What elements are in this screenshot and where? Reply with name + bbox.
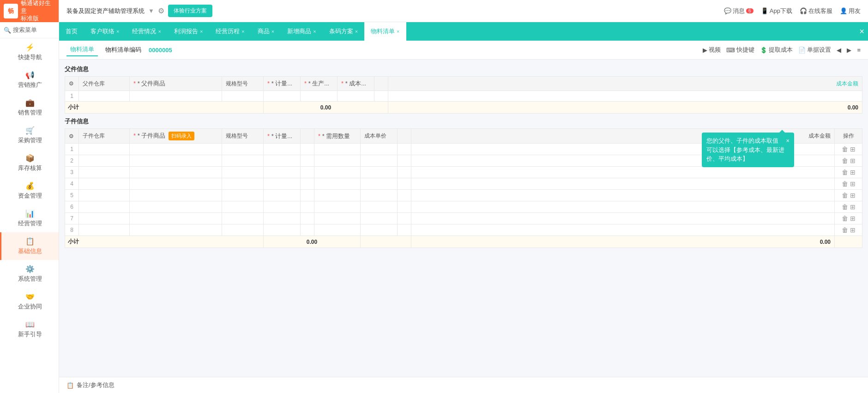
parent-unit-cell[interactable] [264,91,301,102]
child-warehouse-cell-1[interactable] [79,144,130,155]
child-product-cell-1[interactable] [130,144,222,155]
child-spec-cell-7[interactable] [222,213,264,224]
child-cost-amount-cell-8[interactable] [411,224,835,236]
child-unit-cell-8[interactable] [264,224,301,236]
sidebar-item-sales[interactable]: 💼 销售管理 [0,94,59,121]
child-qty-cell-1[interactable] [314,144,361,155]
search-menu[interactable]: 🔍 搜索菜单 [0,22,59,38]
user-btn[interactable]: 👤 用友 [840,7,861,15]
child-unit-cost-cell-1[interactable] [361,144,398,155]
delete-icon-8[interactable]: 🗑 [842,226,848,234]
tab-history[interactable]: 经营历程 × [209,22,251,41]
tab-bom[interactable]: 物料清单 × [364,22,406,41]
parent-production-cell[interactable] [301,91,338,102]
sidebar-item-system[interactable]: ⚙️ 系统管理 [0,260,59,288]
child-qty-cell-3[interactable] [314,167,361,178]
child-spec-cell-4[interactable] [222,178,264,190]
tab-profit[interactable]: 利润报告 × [168,22,209,41]
tab-add-goods-close[interactable]: × [313,29,316,34]
child-unit-cost-cell-8[interactable] [361,224,398,236]
video-btn[interactable]: ▶ 视频 [703,46,721,54]
child-unit-cell-4[interactable] [264,178,301,190]
cost-btn[interactable]: 💲 提取成本 [760,46,793,54]
child-spec-cell-1[interactable] [222,144,264,155]
child-product-cell-4[interactable] [130,178,222,190]
child-product-cell-3[interactable] [130,167,222,178]
sidebar-item-inventory[interactable]: 📦 库存核算 [0,149,59,177]
nav-prev-btn[interactable]: ◀ [837,47,841,54]
tab-bom-close[interactable]: × [397,29,399,34]
child-unit-cost-cell-4[interactable] [361,178,398,190]
tab-barcode[interactable]: 条码方案 × [323,22,364,41]
child-unit-cell-7[interactable] [264,213,301,224]
child-spec-cell-2[interactable] [222,155,264,167]
delete-icon-1[interactable]: 🗑 [842,145,848,153]
copy-icon-4[interactable]: ⊞ [850,180,856,187]
child-unit-cost-cell-6[interactable] [361,201,398,213]
parent-cost-cell[interactable] [338,91,374,102]
tab-home[interactable]: 首页 [59,22,84,41]
tab-customer[interactable]: 客户联络 × [84,22,126,41]
child-unit-cell-5[interactable] [264,190,301,201]
tooltip-close-btn[interactable]: × [786,136,790,145]
parent-product-cell[interactable] [130,91,222,102]
tab-add-goods[interactable]: 新增商品 × [281,22,322,41]
child-cost-amount-cell-5[interactable] [411,190,835,201]
tab-goods[interactable]: 商品 × [251,22,281,41]
tab-customer-close[interactable]: × [116,29,119,34]
child-unit-cell-3[interactable] [264,167,301,178]
copy-icon-7[interactable]: ⊞ [850,215,856,222]
child-product-cell-5[interactable] [130,190,222,201]
child-unit-cell-2[interactable] [264,155,301,167]
parent-warehouse-cell[interactable] [79,91,130,102]
copy-icon-3[interactable]: ⊞ [850,169,856,176]
online-service-btn[interactable]: 🎧 在线客服 [800,7,832,15]
child-product-cell-2[interactable] [130,155,222,167]
child-unit-cell-1[interactable] [264,144,301,155]
try-btn[interactable]: 体验行业方案 [168,5,212,17]
child-warehouse-cell-8[interactable] [79,224,130,236]
child-qty-cell-7[interactable] [314,213,361,224]
sidebar-item-operations[interactable]: 📊 经营管理 [0,205,59,232]
child-spec-cell-5[interactable] [222,190,264,201]
tab-profit-close[interactable]: × [200,29,203,34]
child-th-settings[interactable]: ⚙ [65,129,79,144]
child-product-cell-8[interactable] [130,224,222,236]
shortcut-btn[interactable]: ⌨ 快捷键 [726,46,754,54]
child-qty-cell-4[interactable] [314,178,361,190]
child-warehouse-cell-6[interactable] [79,201,130,213]
sub-tab-bom[interactable]: 物料清单 [66,43,98,56]
sidebar-item-guide[interactable]: 📖 新手引导 [0,315,59,343]
child-unit-cost-cell-7[interactable] [361,213,398,224]
scan-btn[interactable]: 扫码录入 [169,132,194,140]
child-cost-amount-cell-7[interactable] [411,213,835,224]
tab-operations[interactable]: 经营情况 × [126,22,167,41]
tab-operations-close[interactable]: × [158,29,161,34]
copy-icon-1[interactable]: ⊞ [850,145,856,153]
child-spec-cell-8[interactable] [222,224,264,236]
sidebar-item-quick-nav[interactable]: ⚡ 快捷导航 [0,38,59,66]
child-cost-amount-cell-4[interactable] [411,178,835,190]
child-qty-cell-6[interactable] [314,201,361,213]
tab-barcode-close[interactable]: × [355,29,358,34]
child-qty-cell-5[interactable] [314,190,361,201]
child-product-cell-6[interactable] [130,201,222,213]
sidebar-item-finance[interactable]: 💰 资金管理 [0,177,59,205]
parent-spec-cell[interactable] [222,91,264,102]
child-product-cell-7[interactable] [130,213,222,224]
child-warehouse-cell-4[interactable] [79,178,130,190]
child-warehouse-cell-3[interactable] [79,167,130,178]
child-warehouse-cell-7[interactable] [79,213,130,224]
copy-icon-6[interactable]: ⊞ [850,203,856,211]
app-download-btn[interactable]: 📱 App下载 [761,7,792,15]
child-spec-cell-6[interactable] [222,201,264,213]
parent-th-settings[interactable]: ⚙ [65,77,79,91]
sidebar-item-purchase[interactable]: 🛒 采购管理 [0,121,59,149]
child-unit-cost-cell-2[interactable] [361,155,398,167]
message-btn[interactable]: 💬 消息 6 [724,7,753,15]
nav-next-btn[interactable]: ▶ [847,47,851,54]
grid-view-btn[interactable]: ≡ [857,47,861,54]
single-settings-btn[interactable]: 📄 单据设置 [798,46,831,54]
delete-icon-7[interactable]: 🗑 [842,215,848,222]
settings-icon[interactable]: ⚙ [158,6,164,15]
